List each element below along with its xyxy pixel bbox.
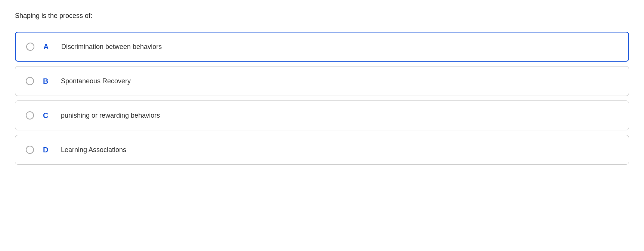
option-letter-b: B [43, 77, 55, 86]
radio-d [26, 146, 34, 154]
option-row-a[interactable]: ADiscrimination between behaviors [15, 32, 629, 62]
option-text-b: Spontaneous Recovery [61, 77, 131, 85]
option-text-a: Discrimination between behaviors [61, 43, 162, 51]
option-letter-a: A [43, 43, 55, 51]
option-text-c: punishing or rewarding behaviors [61, 112, 160, 120]
option-letter-d: D [43, 146, 55, 154]
radio-a [26, 43, 34, 51]
option-row-b[interactable]: BSpontaneous Recovery [15, 66, 629, 96]
question-text: Shaping is the process of: [15, 12, 629, 20]
options-container: ADiscrimination between behaviorsBSponta… [15, 32, 629, 165]
option-text-d: Learning Associations [61, 146, 126, 154]
radio-c [26, 111, 34, 120]
option-row-d[interactable]: DLearning Associations [15, 135, 629, 165]
radio-b [26, 77, 34, 85]
option-letter-c: C [43, 111, 55, 120]
option-row-c[interactable]: Cpunishing or rewarding behaviors [15, 100, 629, 130]
